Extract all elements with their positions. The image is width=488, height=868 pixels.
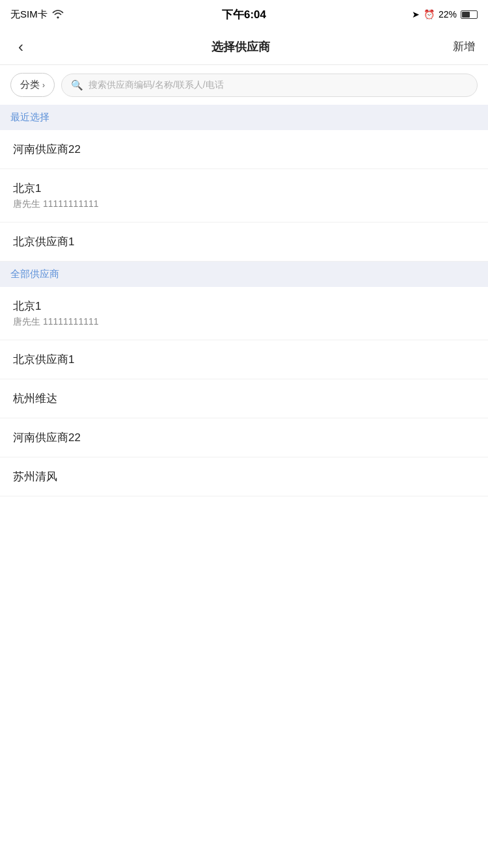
search-box[interactable]: 🔍 搜索供应商编码/名称/联系人/电话: [61, 74, 478, 97]
alarm-icon: ⏰: [424, 9, 435, 20]
item-name: 北京供应商1: [13, 352, 475, 367]
page-title: 选择供应商: [211, 39, 270, 55]
list-item[interactable]: 杭州维达: [0, 379, 488, 418]
list-item[interactable]: 北京供应商1: [0, 340, 488, 379]
item-name: 河南供应商22: [13, 430, 475, 445]
item-sub: 唐先生 11111111111: [13, 198, 475, 210]
battery-icon: [461, 10, 478, 19]
back-button[interactable]: ‹: [13, 35, 29, 59]
list-item[interactable]: 北京1唐先生 11111111111: [0, 287, 488, 340]
sections-container: 最近选择河南供应商22北京1唐先生 11111111111北京供应商1全部供应商…: [0, 105, 488, 496]
search-icon: 🔍: [71, 79, 83, 91]
section-header-all: 全部供应商: [0, 262, 488, 287]
list-item[interactable]: 北京供应商1: [0, 223, 488, 262]
list-item[interactable]: 苏州清风: [0, 457, 488, 496]
nav-bar: ‹ 选择供应商 新增: [0, 29, 488, 65]
item-name: 杭州维达: [13, 391, 475, 406]
battery-percent: 22%: [439, 9, 457, 20]
category-button[interactable]: 分类 ›: [10, 73, 55, 97]
list-item[interactable]: 河南供应商22: [0, 418, 488, 457]
battery-fill: [462, 12, 470, 18]
filter-bar: 分类 › 🔍 搜索供应商编码/名称/联系人/电话: [0, 65, 488, 105]
item-name: 苏州清风: [13, 469, 475, 484]
status-right-group: ➤ ⏰ 22%: [412, 9, 478, 20]
carrier-label: 无SIM卡: [10, 8, 47, 21]
item-name: 北京供应商1: [13, 234, 475, 249]
item-name: 河南供应商22: [13, 142, 475, 157]
battery-icon-container: [461, 10, 478, 19]
section-header-recent: 最近选择: [0, 105, 488, 130]
search-placeholder: 搜索供应商编码/名称/联系人/电话: [88, 79, 224, 91]
item-name: 北京1: [13, 181, 475, 196]
location-icon: ➤: [412, 9, 420, 20]
wifi-icon: [51, 8, 64, 21]
status-bar: 无SIM卡 下午6:04 ➤ ⏰ 22%: [0, 0, 488, 29]
chevron-right-icon: ›: [42, 81, 45, 90]
status-time: 下午6:04: [222, 7, 266, 22]
category-label: 分类: [20, 79, 40, 91]
list-item[interactable]: 河南供应商22: [0, 130, 488, 169]
item-name: 北京1: [13, 299, 475, 314]
status-carrier: 无SIM卡: [10, 8, 64, 21]
item-sub: 唐先生 11111111111: [13, 316, 475, 328]
add-button[interactable]: 新增: [453, 39, 475, 54]
list-item[interactable]: 北京1唐先生 11111111111: [0, 169, 488, 223]
